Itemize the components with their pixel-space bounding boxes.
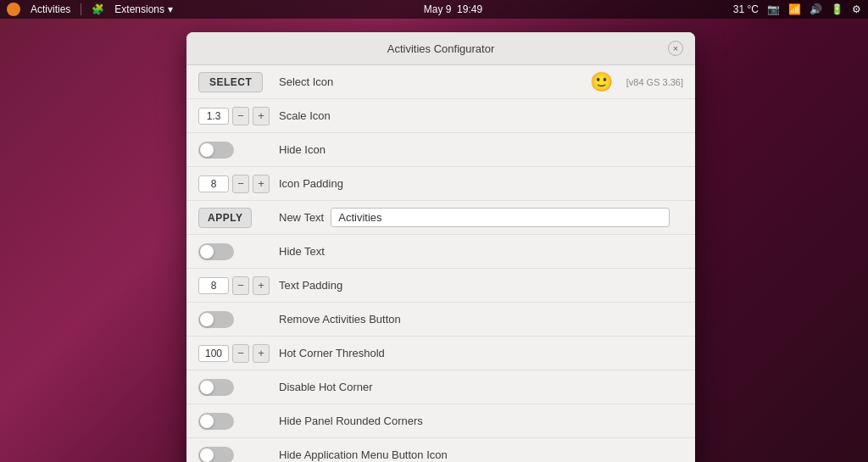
hot-corner-increment[interactable]: + [253,344,270,363]
dialog-titlebar: Activities Configurator × [186,32,695,65]
topbar-left: Activities 🧩 Extensions ▾ [7,3,173,16]
scale-icon-increment[interactable]: + [253,107,270,125]
activities-configurator-dialog: Activities Configurator × SELECT Select … [186,32,695,462]
topbar-time: 19:49 [454,3,482,15]
icon-padding-stepper: 8 − + [198,175,270,193]
new-text-label: New Text [279,211,324,224]
text-padding-stepper: 8 − + [198,276,270,295]
version-badge: [v84 GS 3.36] [626,77,683,87]
extensions-menu[interactable]: Extensions ▾ [114,3,173,15]
topbar-center: May 9 19:49 [173,3,733,15]
row-disable-hot-corner: Disable Hot Corner [186,370,695,404]
text-padding-control: 8 − + [198,276,279,295]
extensions-label: Extensions [114,3,164,15]
hide-text-toggle[interactable] [198,243,234,260]
scale-icon-decrement[interactable]: − [232,107,249,125]
close-button[interactable]: × [668,41,683,56]
hide-icon-label: Hide Icon [279,143,683,156]
select-button[interactable]: SELECT [198,72,263,92]
scale-icon-control: 1.3 − + [198,107,279,125]
icon-padding-control: 8 − + [198,175,279,193]
volume-icon: 🔊 [810,3,822,15]
hide-app-menu-icon-toggle[interactable] [198,447,234,463]
hide-panel-rounded-toggle[interactable] [198,413,234,430]
row-icon-padding: 8 − + Icon Padding [186,167,695,201]
row-new-text: APPLY New Text [186,201,695,235]
select-icon-label: Select Icon [279,75,590,88]
hide-panel-rounded-control [198,413,279,430]
row-hide-app-menu-icon: Hide Application Menu Button Icon [186,438,695,462]
remove-activities-control [198,311,279,328]
topbar-right: 31 °C 📷 📶 🔊 🔋 ⚙ [733,3,861,15]
new-text-control: APPLY [198,208,279,228]
hot-corner-decrement[interactable]: − [232,344,249,363]
hot-corner-threshold-label: Hot Corner Threshold [279,347,683,359]
hot-corner-value: 100 [198,345,229,362]
icon-padding-increment[interactable]: + [253,175,270,193]
icon-padding-value: 8 [198,175,229,192]
remove-activities-label: Remove Activities Button [279,313,683,326]
scale-icon-label: Scale Icon [279,109,683,122]
text-padding-label: Text Padding [279,279,683,292]
hide-app-menu-icon-label: Hide Application Menu Button Icon [279,448,683,461]
row-scale-icon: 1.3 − + Scale Icon [186,99,695,133]
disable-hot-corner-label: Disable Hot Corner [279,381,683,393]
hide-app-menu-icon-control [198,447,279,463]
apply-button[interactable]: APPLY [198,208,252,228]
row-remove-activities: Remove Activities Button [186,303,695,337]
hide-icon-toggle[interactable] [198,142,234,159]
text-padding-increment[interactable]: + [253,276,270,295]
new-text-input[interactable] [331,208,670,227]
row-text-padding: 8 − + Text Padding [186,269,695,303]
topbar-date: May 9 [424,3,452,15]
row-hide-icon: Hide Icon [186,133,695,167]
scale-icon-stepper: 1.3 − + [198,107,270,125]
hide-text-control [198,243,279,260]
temp-label: 31 °C [733,3,759,15]
dialog-content: SELECT Select Icon 🙂 [v84 GS 3.36] 1.3 −… [186,65,695,462]
text-padding-decrement[interactable]: − [232,276,249,295]
row-hot-corner-threshold: 100 − + Hot Corner Threshold [186,337,695,370]
dialog-title: Activities Configurator [214,42,668,55]
selected-icon-emoji: 🙂 [590,73,613,92]
hide-panel-rounded-label: Hide Panel Rounded Corners [279,415,683,427]
hide-icon-control [198,142,279,159]
text-padding-value: 8 [198,277,229,294]
row-select-icon: SELECT Select Icon 🙂 [v84 GS 3.36] [186,65,695,99]
row-hide-text: Hide Text [186,235,695,269]
disable-hot-corner-control [198,379,279,396]
row-hide-panel-rounded: Hide Panel Rounded Corners [186,404,695,438]
hot-corner-stepper: 100 − + [198,344,270,363]
icon-padding-decrement[interactable]: − [232,175,249,193]
extensions-icon: 🧩 [92,3,104,15]
ubuntu-logo [7,3,20,16]
select-icon-control: SELECT [198,72,279,92]
topbar-divider [81,3,81,15]
hide-text-label: Hide Text [279,245,683,258]
topbar-activities[interactable]: Activities [31,3,70,15]
battery-icon: 🔋 [831,3,843,15]
settings-icon: ⚙ [852,3,861,15]
icon-padding-label: Icon Padding [279,177,683,190]
topbar: Activities 🧩 Extensions ▾ May 9 19:49 31… [0,0,868,19]
scale-icon-value: 1.3 [198,108,229,125]
hot-corner-threshold-control: 100 − + [198,344,279,363]
remove-activities-toggle[interactable] [198,311,234,328]
disable-hot-corner-toggle[interactable] [198,379,234,396]
camera-icon: 📷 [767,3,780,15]
wifi-icon: 📶 [788,3,801,15]
